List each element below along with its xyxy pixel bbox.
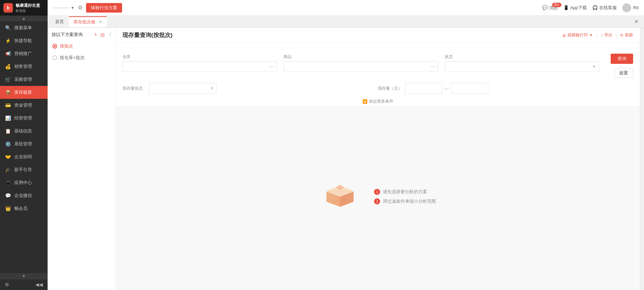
refresh-button[interactable]: ↻ 刷新 bbox=[620, 32, 633, 38]
user-avatar bbox=[622, 3, 631, 12]
sidebar-item-quick-nav[interactable]: ⚡ 快捷导航 bbox=[0, 34, 48, 47]
page-title: 现存量查询(按批次) bbox=[122, 31, 172, 39]
filter-settings-icon[interactable]: ◎ bbox=[100, 32, 105, 38]
app-version: 标准版 bbox=[16, 8, 40, 13]
print-button[interactable]: 🖨 按模板打印 ▼ bbox=[562, 32, 593, 38]
message-icon: 💬 bbox=[542, 5, 548, 10]
product-input-box[interactable]: ··· bbox=[284, 61, 438, 72]
tab-bar-right: ✕ bbox=[634, 18, 641, 25]
warehouse-input-box[interactable]: ··· bbox=[122, 61, 277, 72]
collapse-sidebar-icon[interactable]: ◀◀ bbox=[35, 282, 43, 287]
online-service-action[interactable]: 🎧 在线客服 bbox=[592, 5, 617, 11]
inventory-icon: 📦 bbox=[5, 89, 11, 95]
sidebar-item-app-center-label: 应用中心 bbox=[14, 180, 32, 186]
header-dropdown-arrow: ▼ bbox=[71, 6, 74, 10]
app-download-action[interactable]: 📱 App下载 bbox=[563, 5, 587, 11]
sidebar-item-newbie[interactable]: 🎓 新手引导 bbox=[0, 163, 48, 176]
user-name: Rit bbox=[633, 5, 639, 10]
messages-action[interactable]: 💬 消息 99+ bbox=[542, 5, 558, 11]
settings-button[interactable]: 设置 bbox=[614, 68, 633, 78]
sales-icon: 💰 bbox=[5, 64, 11, 70]
page-title-actions: 🖨 按模板打印 ▼ | ↑ 导出 | ↻ 刷新 bbox=[562, 32, 633, 38]
product-label: 商品 bbox=[284, 54, 438, 60]
tab-home[interactable]: 首页 bbox=[50, 17, 69, 27]
member-icon: 👑 bbox=[5, 205, 11, 212]
search-nav-icon: 🔍 bbox=[5, 25, 11, 31]
main-area: ———— ▼ ⚙ 体验行业方案 💬 消息 99+ 📱 App下载 🎧 在线客服 bbox=[48, 0, 644, 290]
product-input[interactable] bbox=[284, 64, 428, 69]
tab-batch-account-label: 库存批次账 bbox=[73, 19, 96, 25]
trial-button[interactable]: 体验行业方案 bbox=[86, 3, 122, 13]
sidebar-item-inventory-label: 库存核算 bbox=[14, 89, 32, 95]
inventory-status-select[interactable]: ▼ bbox=[149, 83, 217, 94]
product-dots-btn[interactable]: ··· bbox=[428, 64, 438, 70]
sidebar-item-finance[interactable]: 💳 资金管理 bbox=[0, 99, 48, 112]
conditions-row-2: 现存量状态 ▼ 现存量（主） — bbox=[122, 83, 633, 94]
warehouse-input[interactable] bbox=[123, 64, 267, 69]
empty-illustration-svg bbox=[320, 178, 360, 219]
panel-close-button[interactable]: ✕ bbox=[634, 18, 639, 25]
empty-state: 1 请先选择要分析的方案 2 用过滤条件来缩小分析范围 bbox=[116, 107, 640, 290]
status-select[interactable]: ▼ bbox=[445, 61, 599, 72]
refresh-label: 刷新 bbox=[625, 32, 633, 38]
app-download-label: App下载 bbox=[570, 5, 587, 11]
user-profile[interactable]: Rit bbox=[622, 3, 639, 12]
sidebar-scroll-down[interactable]: ▼ bbox=[0, 273, 48, 279]
sidebar-item-system[interactable]: ⚙️ 系统管理 bbox=[0, 138, 48, 150]
filter-add-icon[interactable]: ＋ bbox=[93, 31, 98, 38]
export-icon: ↑ bbox=[601, 33, 603, 38]
sidebar-item-wechat[interactable]: 💬 企业微信 bbox=[0, 189, 48, 202]
product-field: 商品 ··· bbox=[284, 54, 445, 72]
sidebar-item-base-info[interactable]: 📋 基础信息 bbox=[0, 125, 48, 138]
header-dropdown-text: ———— bbox=[53, 5, 69, 10]
sidebar-item-operations[interactable]: 📊 经营管理 bbox=[0, 112, 48, 125]
sidebar-item-marketing-label: 营销推广 bbox=[14, 51, 32, 57]
warehouse-dots-btn[interactable]: ··· bbox=[267, 64, 276, 70]
inventory-status-field: 现存量状态 ▼ bbox=[122, 83, 378, 94]
filter-item-by-warehouse-batch[interactable]: 按仓库+批次 bbox=[48, 52, 115, 64]
filter-panel-title: 按以下方案查询 bbox=[52, 32, 83, 38]
sidebar-footer: ⚙ ◀◀ bbox=[0, 279, 48, 290]
messages-badge: 99+ bbox=[552, 3, 561, 7]
collapse-more-label: 收起更多条件 bbox=[369, 98, 393, 104]
sidebar-item-enterprise[interactable]: 🤝 企业协同 bbox=[0, 150, 48, 163]
right-scrollbar[interactable] bbox=[640, 28, 644, 290]
sidebar-scroll-up[interactable]: ▲ bbox=[0, 16, 48, 21]
sidebar-nav: 🔍 搜索菜单 ⚡ 快捷导航 📢 营销推广 💰 销售管理 🛒 采购管理 📦 库存核… bbox=[0, 21, 48, 273]
warehouse-label: 仓库 bbox=[122, 54, 277, 60]
main-content: 现存量查询(按批次) 🖨 按模板打印 ▼ | ↑ 导出 | ↻ bbox=[116, 28, 640, 290]
qty-max-input[interactable] bbox=[451, 83, 488, 94]
qty-min-input[interactable] bbox=[405, 83, 442, 94]
filter-collapse-icon[interactable]: 《 bbox=[107, 32, 111, 38]
sidebar-item-member[interactable]: 👑 畅会员 bbox=[0, 202, 48, 215]
settings-footer-icon[interactable]: ⚙ bbox=[5, 282, 9, 287]
qty-label: 现存量（主） bbox=[378, 86, 402, 91]
tab-close-batch-account[interactable]: ✕ bbox=[99, 20, 102, 24]
query-button[interactable]: 查询 bbox=[611, 54, 633, 64]
sidebar-item-newbie-label: 新手引导 bbox=[14, 167, 32, 173]
export-button[interactable]: ↑ 导出 bbox=[601, 32, 612, 38]
sidebar-item-search[interactable]: 🔍 搜索菜单 bbox=[0, 21, 48, 34]
collapse-up-icon: 🔼 bbox=[362, 99, 368, 104]
company-name: 畅康通好生意 bbox=[16, 3, 40, 8]
base-info-icon: 📋 bbox=[5, 128, 11, 134]
print-label: 按模板打印 bbox=[567, 32, 588, 38]
filter-item-by-batch[interactable]: 按批次 bbox=[48, 40, 115, 52]
collapse-more[interactable]: 🔼 收起更多条件 bbox=[122, 96, 633, 106]
sidebar-item-purchase[interactable]: 🛒 采购管理 bbox=[0, 73, 48, 86]
qty-range: — bbox=[405, 83, 488, 94]
header-gear-icon[interactable]: ⚙ bbox=[78, 4, 83, 11]
sidebar-item-marketing[interactable]: 📢 营销推广 bbox=[0, 47, 48, 60]
page-title-bar: 现存量查询(按批次) 🖨 按模板打印 ▼ | ↑ 导出 | ↻ bbox=[116, 28, 640, 43]
service-icon: 🎧 bbox=[592, 5, 598, 10]
sidebar-item-base-info-label: 基础信息 bbox=[14, 128, 32, 134]
header-dropdown[interactable]: ———— ▼ bbox=[53, 5, 74, 10]
sidebar-item-app-center[interactable]: 📱 应用中心 bbox=[0, 176, 48, 189]
tab-batch-account[interactable]: 库存批次账 ✕ bbox=[69, 16, 107, 27]
sidebar-item-inventory[interactable]: 📦 库存核算 bbox=[0, 86, 48, 99]
conditions-row-1: 仓库 ··· 商品 ··· bbox=[122, 48, 633, 78]
sidebar-item-search-label: 搜索菜单 bbox=[14, 25, 32, 31]
sidebar-header: b 畅康通好生意 标准版 bbox=[0, 0, 48, 16]
inventory-status-label: 现存量状态 bbox=[122, 86, 146, 91]
sidebar-item-sales[interactable]: 💰 销售管理 bbox=[0, 60, 48, 73]
